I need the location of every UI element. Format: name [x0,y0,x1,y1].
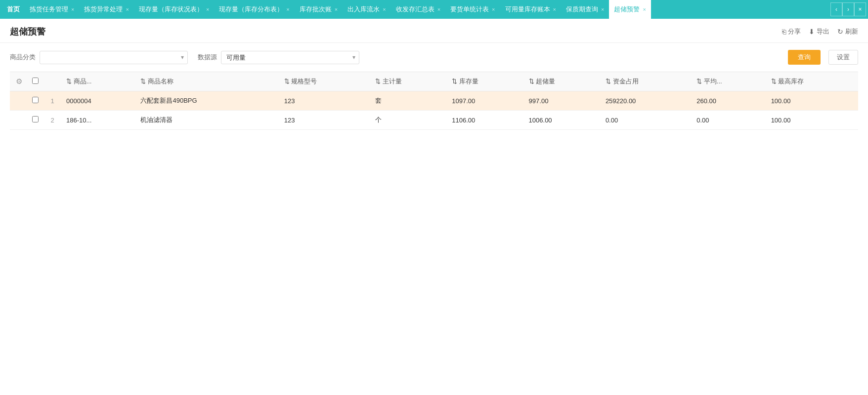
row-product-name-1: 机油滤清器 [136,111,280,130]
row-product-code-0: 0000004 [62,91,136,111]
nav-overstock[interactable]: 超储预警 × [609,0,651,19]
nav-close-summary[interactable]: × [437,6,440,12]
nav-task-mgmt[interactable]: 拣货任务管理 × [25,0,79,19]
row-capital-0: 259220.00 [602,91,693,111]
nav-close-overstock[interactable]: × [643,6,646,12]
row-max-stock-1: 100.00 [767,111,858,130]
page-title: 超储预警 [10,26,45,38]
row-gear-1 [10,111,28,130]
category-label: 商品分类 [10,53,36,62]
col-rownum [43,72,62,91]
row-spec-0: 123 [280,91,371,111]
table-header-row: ⚙ ⇅ 商品... ⇅ 商品名称 ⇅ 规格型号 [10,72,858,91]
row-checkbox-col-0[interactable] [28,91,43,111]
nav-flow[interactable]: 出入库流水 × [343,0,391,19]
page-header: 超储预警 ⎗ 分享 ⬇ 导出 ↻ 刷新 [0,19,868,43]
table-row: 2 186-10... 机油滤清器 123 个 1106.00 1006.00 … [10,111,858,130]
col-avg[interactable]: ⇅ 平均... [693,72,767,91]
row-max-stock-0: 100.00 [767,91,858,111]
category-select[interactable] [40,51,188,64]
nav-close-stock-dist[interactable]: × [286,6,289,12]
datasource-label: 数据源 [198,53,217,62]
col-spec[interactable]: ⇅ 规格型号 [280,72,371,91]
table-row: 1 0000004 六配套新昌490BPG 123 套 1097.00 997.… [10,91,858,111]
nav-summary[interactable]: 收发存汇总表 × [391,0,445,19]
row-checkbox-0[interactable] [32,97,39,103]
row-gear-0 [10,91,28,111]
row-checkbox-1[interactable] [32,116,39,122]
nav-shelf-life[interactable]: 保质期查询 × [561,0,609,19]
datasource-select[interactable]: 可用量 库存量 [221,51,359,64]
col-product-name[interactable]: ⇅ 商品名称 [136,72,280,91]
row-unit-0: 套 [371,91,448,111]
nav-arrow-close[interactable]: × [854,2,866,16]
col-capital[interactable]: ⇅ 资金占用 [602,72,693,91]
row-stock-1: 1106.00 [448,111,524,130]
nav-order-stat[interactable]: 要货单统计表 × [445,0,500,19]
row-unit-1: 个 [371,111,448,130]
row-overstock-1: 1006.00 [525,111,602,130]
page-actions: ⎗ 分享 ⬇ 导出 ↻ 刷新 [782,27,858,36]
col-settings[interactable]: ⚙ [10,72,28,91]
row-spec-1: 123 [280,111,371,130]
overstock-table: ⚙ ⇅ 商品... ⇅ 商品名称 ⇅ 规格型号 [10,72,858,130]
refresh-icon: ↻ [837,28,843,36]
row-overstock-0: 997.00 [525,91,602,111]
datasource-filter-group: 数据源 可用量 库存量 [198,51,359,64]
nav-arrow-left[interactable]: ‹ [830,2,842,16]
export-icon: ⬇ [809,28,815,36]
nav-arrow-right[interactable]: › [842,2,854,16]
refresh-button[interactable]: ↻ 刷新 [837,27,858,36]
nav-home[interactable]: 首页 [2,0,25,19]
nav-close-flow[interactable]: × [383,6,386,12]
nav-close-task-mgmt[interactable]: × [71,6,74,12]
col-unit[interactable]: ⇅ 主计量 [371,72,448,91]
query-button[interactable]: 查询 [788,50,821,65]
category-select-wrapper [40,51,188,64]
row-num-1: 2 [43,111,62,130]
share-icon: ⎗ [782,28,786,36]
category-filter-group: 商品分类 [10,51,188,64]
top-nav: 首页 拣货任务管理 × 拣货异常处理 × 现存量（库存状况表） × 现存量（库存… [0,0,868,19]
row-product-name-0: 六配套新昌490BPG [136,91,280,111]
row-num-0: 1 [43,91,62,111]
nav-close-order-stat[interactable]: × [492,6,495,12]
table-container: ⚙ ⇅ 商品... ⇅ 商品名称 ⇅ 规格型号 [0,72,868,130]
row-capital-1: 0.00 [602,111,693,130]
nav-stock-dist[interactable]: 现存量（库存分布表） × [214,0,294,19]
row-checkbox-col-1[interactable] [28,111,43,130]
nav-exception[interactable]: 拣货异常处理 × [79,0,133,19]
nav-arrows: ‹ › × [830,2,866,16]
nav-close-stock-status[interactable]: × [206,6,209,12]
row-avg-1: 0.00 [693,111,767,130]
export-button[interactable]: ⬇ 导出 [809,27,829,36]
col-product-code[interactable]: ⇅ 商品... [62,72,136,91]
nav-close-shelf-life[interactable]: × [601,6,604,12]
filter-bar: 商品分类 数据源 可用量 库存量 查询 设置 [0,43,868,72]
datasource-select-wrapper: 可用量 库存量 [221,51,359,64]
right-buttons: 查询 设置 [788,50,858,65]
row-stock-0: 1097.00 [448,91,524,111]
row-product-code-1: 186-10... [62,111,136,130]
share-button[interactable]: ⎗ 分享 [782,27,801,36]
nav-close-exception[interactable]: × [126,6,129,12]
row-avg-0: 260.00 [693,91,767,111]
nav-close-avail-ledger[interactable]: × [553,6,556,12]
nav-close-batch-ledger[interactable]: × [335,6,338,12]
col-max-stock[interactable]: ⇅ 最高库存 [767,72,858,91]
col-checkbox [28,72,43,91]
select-all-checkbox[interactable] [32,78,39,84]
nav-avail-ledger[interactable]: 可用量库存账本 × [500,0,561,19]
col-stock[interactable]: ⇅ 库存量 [448,72,524,91]
page-content: 超储预警 ⎗ 分享 ⬇ 导出 ↻ 刷新 商品分类 [0,19,868,395]
gear-icon[interactable]: ⚙ [16,77,22,85]
nav-batch-ledger[interactable]: 库存批次账 × [295,0,343,19]
col-overstock[interactable]: ⇅ 超储量 [525,72,602,91]
nav-stock-status[interactable]: 现存量（库存状况表） × [134,0,214,19]
settings-button[interactable]: 设置 [828,50,858,65]
